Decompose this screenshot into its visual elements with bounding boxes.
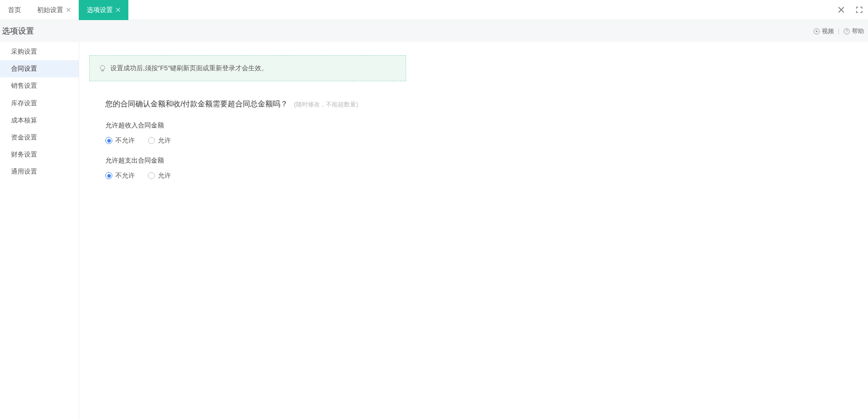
radio-label: 不允许	[115, 171, 135, 180]
radio-disallow[interactable]: 不允许	[105, 171, 135, 180]
tab-option-settings[interactable]: 选项设置	[79, 0, 128, 20]
section-header: 您的合同确认金额和收/付款金额需要超合同总金额吗？ (随时修改，不能超数量)	[105, 99, 858, 109]
radio-allow[interactable]: 允许	[148, 171, 171, 180]
tab-label: 初始设置	[37, 6, 63, 15]
tab-home[interactable]: 首页	[0, 0, 29, 20]
radio-label: 不允许	[115, 136, 135, 145]
play-icon	[813, 28, 820, 35]
section-subtitle: (随时修改，不能超数量)	[294, 100, 358, 109]
sidebar-item-label: 成本核算	[11, 116, 37, 124]
sidebar-item-label: 销售设置	[11, 82, 37, 89]
settings-section: 您的合同确认金额和收/付款金额需要超合同总金额吗？ (随时修改，不能超数量) 允…	[89, 99, 858, 180]
expand-icon[interactable]	[852, 3, 866, 17]
sidebar-item-finance[interactable]: 财务设置	[0, 146, 79, 163]
sidebar-item-label: 资金设置	[11, 133, 37, 141]
close-icon[interactable]	[116, 8, 120, 12]
svg-text:?: ?	[845, 29, 848, 34]
sidebar-item-label: 财务设置	[11, 151, 37, 158]
radio-icon	[105, 172, 112, 179]
setting-over-expense: 允许超支出合同金额 不允许 允许	[105, 156, 858, 180]
divider: |	[838, 28, 839, 35]
content: 设置成功后,须按"F5"键刷新页面或重新登录才会生效。 您的合同确认金额和收/付…	[79, 42, 868, 419]
sidebar: 采购设置 合同设置 销售设置 库存设置 成本核算 资金设置 财务设置 通用设置	[0, 42, 79, 419]
section-title: 您的合同确认金额和收/付款金额需要超合同总金额吗？	[105, 99, 288, 109]
help-link[interactable]: ? 帮助	[843, 27, 864, 36]
main-area: 采购设置 合同设置 销售设置 库存设置 成本核算 资金设置 财务设置 通用设置 …	[0, 42, 868, 419]
sidebar-item-contract[interactable]: 合同设置	[0, 60, 79, 77]
sidebar-item-label: 采购设置	[11, 48, 37, 55]
setting-over-income: 允许超收入合同金额 不允许 允许	[105, 121, 858, 145]
radio-group: 不允许 允许	[105, 136, 858, 145]
subheader: 选项设置 视频 | ? 帮助	[0, 20, 868, 42]
tabs-bar: 首页 初始设置 选项设置	[0, 0, 868, 20]
tip-box: 设置成功后,须按"F5"键刷新页面或重新登录才会生效。	[89, 55, 406, 81]
setting-label: 允许超支出合同金额	[105, 156, 858, 165]
radio-group: 不允许 允许	[105, 171, 858, 180]
radio-icon	[148, 137, 155, 144]
setting-label: 允许超收入合同金额	[105, 121, 858, 130]
sidebar-item-sales[interactable]: 销售设置	[0, 77, 79, 94]
close-all-icon[interactable]	[834, 3, 848, 17]
tabs-right-actions	[834, 3, 868, 17]
sidebar-item-label: 库存设置	[11, 99, 37, 107]
radio-allow[interactable]: 允许	[148, 136, 171, 145]
subheader-actions: 视频 | ? 帮助	[813, 27, 864, 36]
page-title: 选项设置	[2, 26, 34, 37]
tab-initial-settings[interactable]: 初始设置	[29, 0, 79, 20]
radio-disallow[interactable]: 不允许	[105, 136, 135, 145]
help-icon: ?	[843, 28, 850, 35]
radio-icon	[148, 172, 155, 179]
sidebar-item-purchase[interactable]: 采购设置	[0, 43, 79, 60]
video-label: 视频	[822, 27, 834, 36]
sidebar-item-label: 通用设置	[11, 168, 37, 175]
radio-label: 允许	[158, 171, 171, 180]
sidebar-item-cost[interactable]: 成本核算	[0, 112, 79, 129]
sidebar-item-inventory[interactable]: 库存设置	[0, 95, 79, 112]
help-label: 帮助	[852, 27, 864, 36]
radio-label: 允许	[158, 136, 171, 145]
tip-text: 设置成功后,须按"F5"键刷新页面或重新登录才会生效。	[110, 64, 268, 73]
tab-label: 选项设置	[87, 6, 113, 15]
close-icon[interactable]	[66, 8, 71, 12]
sidebar-item-funds[interactable]: 资金设置	[0, 129, 79, 146]
radio-icon	[105, 137, 112, 144]
video-link[interactable]: 视频	[813, 27, 834, 36]
sidebar-item-general[interactable]: 通用设置	[0, 163, 79, 180]
tab-label: 首页	[8, 6, 21, 15]
sidebar-item-label: 合同设置	[11, 65, 37, 72]
lightbulb-icon	[99, 65, 106, 72]
